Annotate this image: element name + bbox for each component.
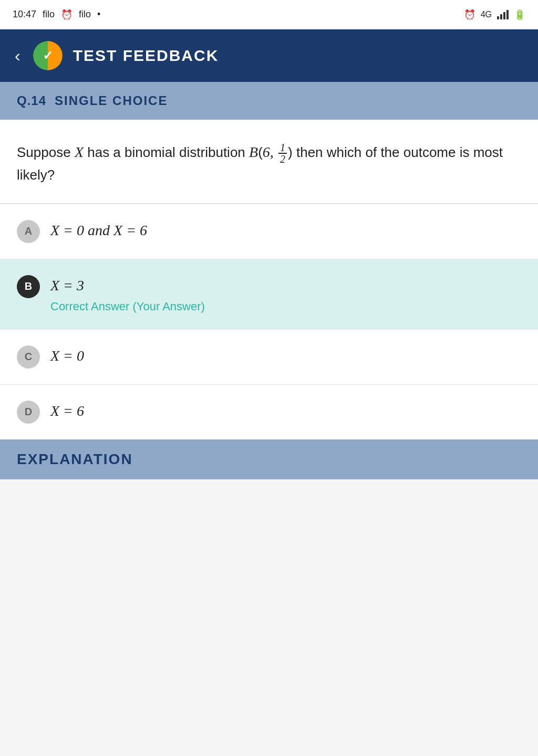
clock-icon: ⏰: [61, 9, 73, 20]
option-row-c[interactable]: C X = 0: [0, 329, 538, 384]
status-dot: •: [97, 9, 100, 20]
q-text-mid: has a binomial distribution: [84, 144, 249, 160]
status-app2: filo: [79, 9, 91, 20]
back-button[interactable]: ‹: [15, 47, 23, 64]
q-text-before: Suppose: [17, 144, 75, 160]
option-badge-d: D: [17, 401, 40, 424]
question-type: SINGLE CHOICE: [55, 93, 168, 108]
bar4: [506, 10, 509, 19]
option-math-b: X = 3: [50, 275, 521, 296]
app-header: ‹ ✓ TEST FEEDBACK: [0, 29, 538, 82]
option-content-c: X = 0: [50, 345, 521, 366]
alarm-icon: ⏰: [464, 9, 475, 20]
options-container: A X = 0 and X = 6 B X = 3 Correct Answer…: [0, 204, 538, 439]
option-content-d: X = 6: [50, 401, 521, 421]
bar2: [500, 14, 502, 19]
q-paren-close: ): [288, 144, 293, 160]
status-right: ⏰ 4G 🔋: [464, 9, 525, 20]
option-row-d[interactable]: D X = 6: [0, 384, 538, 439]
option-content-b: X = 3 Correct Answer (Your Answer): [50, 275, 521, 313]
option-math-a: X = 0 and X = 6: [50, 220, 521, 240]
header-title: TEST FEEDBACK: [73, 47, 219, 65]
option-label-b: B: [25, 280, 32, 292]
q-fraction: 12: [278, 142, 287, 164]
option-math-c: X = 0: [50, 345, 521, 366]
signal-bars: [497, 10, 509, 19]
bar3: [503, 12, 505, 19]
explanation-title: EXPLANATION: [17, 451, 133, 467]
network-type: 4G: [481, 10, 492, 19]
option-label-d: D: [25, 406, 32, 418]
status-left: 10:47 filo ⏰ filo •: [13, 9, 100, 20]
q-var-X: X: [75, 144, 84, 160]
question-number: Q.14: [17, 93, 46, 108]
back-chevron-icon: ‹: [15, 47, 20, 64]
option-badge-c: C: [17, 345, 40, 369]
logo-circle-inner: ✓: [33, 41, 63, 70]
option-row-a[interactable]: A X = 0 and X = 6: [0, 204, 538, 259]
fraction-denominator: 2: [278, 154, 287, 164]
fraction-numerator: 1: [278, 142, 287, 154]
option-label-c: C: [25, 351, 32, 363]
status-bar: 10:47 filo ⏰ filo • ⏰ 4G 🔋: [0, 0, 538, 29]
q-n-val: 6,: [263, 144, 274, 160]
question-text: Suppose X has a binomial distribution B(…: [17, 141, 521, 186]
question-body: Suppose X has a binomial distribution B(…: [0, 120, 538, 204]
option-badge-a: A: [17, 220, 40, 243]
option-row-b[interactable]: B X = 3 Correct Answer (Your Answer): [0, 259, 538, 329]
correct-answer-label: Correct Answer (Your Answer): [50, 300, 521, 313]
status-app1: filo: [43, 9, 55, 20]
q-paren-open: (: [258, 144, 263, 160]
bar1: [497, 16, 499, 19]
battery-icon: 🔋: [514, 9, 525, 20]
status-time: 10:47: [13, 9, 36, 20]
option-math-d: X = 6: [50, 401, 521, 421]
explanation-section: EXPLANATION: [0, 439, 538, 479]
option-badge-b: B: [17, 275, 40, 298]
app-logo: ✓: [33, 41, 63, 70]
question-header: Q.14 SINGLE CHOICE: [0, 82, 538, 120]
checkmark-icon: ✓: [43, 48, 53, 63]
option-content-a: X = 0 and X = 6: [50, 220, 521, 240]
option-label-a: A: [25, 225, 32, 237]
q-B-expr: B: [249, 144, 258, 160]
